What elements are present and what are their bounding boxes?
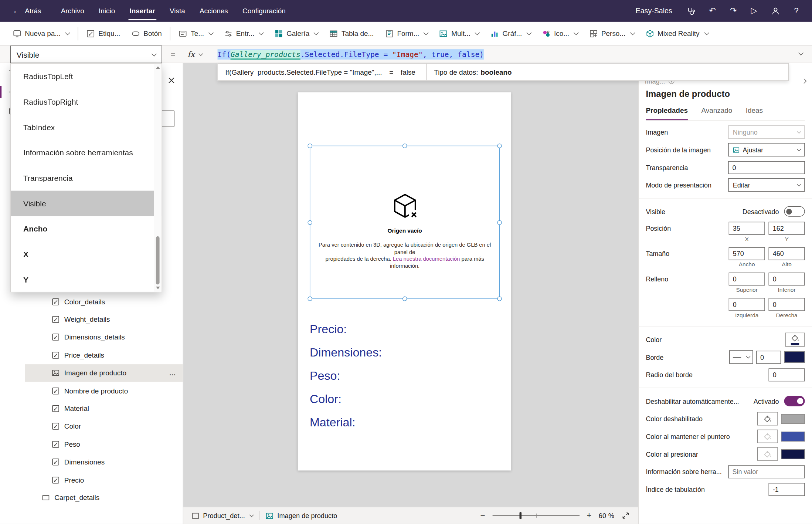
property-option-tabindex[interactable]: TabIndex (11, 115, 162, 140)
menu-vista[interactable]: Vista (162, 0, 192, 22)
collapse-panel-icon[interactable] (802, 78, 807, 84)
tab-ideas[interactable]: Ideas (746, 107, 763, 120)
hover-color-swatch[interactable] (781, 432, 805, 442)
selected-control-breadcrumb[interactable]: Imagen de producto (266, 512, 337, 520)
zoom-slider-thumb[interactable] (519, 512, 521, 519)
mixed-reality-menu[interactable]: Mixed Reality (640, 25, 714, 43)
app-checker-icon[interactable] (686, 7, 695, 16)
property-option-x[interactable]: X (11, 241, 162, 267)
canvas-label-peso[interactable]: Peso: (310, 369, 340, 383)
transparencia-input[interactable] (728, 161, 805, 174)
tree-item-material[interactable]: Material (25, 400, 183, 417)
canvas-label-precio[interactable]: Precio: (310, 322, 347, 337)
label-button[interactable]: Etiqu... (81, 25, 126, 43)
pressed-color-picker-button[interactable] (757, 447, 778, 460)
redo-icon[interactable]: ↷ (730, 7, 737, 15)
border-style-select[interactable] (729, 350, 753, 364)
canvas-label-color[interactable]: Color: (310, 392, 342, 406)
resize-handle-s[interactable] (402, 297, 407, 301)
border-color-swatch[interactable] (784, 351, 805, 363)
fx-selector[interactable]: fx (187, 45, 202, 63)
selected-image-control[interactable]: Origen vacío Para ver contenido en 3D, a… (310, 146, 500, 299)
tab-avanzado[interactable]: Avanzado (701, 107, 732, 120)
property-selector[interactable]: Visible (10, 45, 162, 63)
padding-bottom-input[interactable] (769, 272, 805, 285)
fit-to-screen-icon[interactable] (622, 511, 630, 520)
undo-icon[interactable]: ↶ (709, 7, 716, 15)
tab-propiedades[interactable]: Propiedades (646, 107, 688, 120)
help-icon[interactable]: ? (794, 7, 798, 15)
menu-acciones[interactable]: Acciones (192, 0, 235, 22)
tree-item-nombre-de-producto[interactable]: Nombre de producto (25, 382, 183, 400)
scrollbar-thumb[interactable] (156, 236, 160, 284)
disabled-color-swatch[interactable] (781, 414, 805, 424)
border-width-input[interactable] (756, 351, 781, 364)
visible-toggle[interactable] (784, 206, 805, 217)
canvas-label-material[interactable]: Material: (310, 416, 356, 430)
gallery-menu[interactable]: Galería (269, 25, 324, 43)
hover-color-picker-button[interactable] (757, 430, 778, 443)
input-menu[interactable]: Entr... (218, 25, 269, 43)
property-option-transparencia[interactable]: Transparencia (11, 165, 162, 191)
back-button[interactable]: ← Atrás (7, 0, 47, 22)
menu-configuracion[interactable]: Configuración (235, 0, 293, 22)
menu-archivo[interactable]: Archivo (54, 0, 91, 22)
charts-menu[interactable]: Gráf... (485, 25, 536, 43)
size-height-input[interactable] (769, 247, 805, 260)
tree-item-weight-details[interactable]: Weight_details (25, 311, 183, 328)
auto-disable-toggle[interactable] (784, 396, 805, 406)
tree-item-peso[interactable]: Peso (25, 435, 183, 453)
tree-item-carpet-details[interactable]: Carpet_details (25, 489, 183, 507)
tree-item-price-details[interactable]: Price_details (25, 346, 183, 364)
display-mode-select[interactable]: Editar (728, 178, 805, 192)
property-option-visible[interactable]: Visible (11, 191, 162, 216)
button-button[interactable]: Botón (126, 25, 167, 43)
property-option-y[interactable]: Y (11, 267, 162, 293)
tab-index-input[interactable] (769, 483, 805, 496)
screen-selector[interactable]: Product_det... (191, 512, 253, 520)
user-account-icon[interactable] (771, 7, 780, 16)
item-overflow-menu-icon[interactable]: … (169, 369, 177, 377)
canvas-label-dimensiones[interactable]: Dimensiones: (310, 346, 382, 360)
tree-item-dimensions-details[interactable]: Dimensions_details (25, 328, 183, 346)
tree-item-color[interactable]: Color (25, 417, 183, 435)
padding-right-input[interactable] (769, 298, 805, 311)
size-width-input[interactable] (729, 247, 765, 260)
menu-inicio[interactable]: Inicio (91, 0, 122, 22)
documentation-link[interactable]: Lea nuestra documentación (393, 256, 460, 262)
resize-handle-nw[interactable] (308, 143, 312, 148)
color-picker-button[interactable] (785, 332, 805, 346)
tree-item-dimensiones[interactable]: Dimensiones (25, 453, 183, 471)
padding-left-input[interactable] (729, 298, 765, 311)
resize-handle-se[interactable] (497, 297, 502, 301)
new-screen-button[interactable]: Nueva pa... (7, 25, 75, 43)
resize-handle-ne[interactable] (497, 143, 502, 148)
property-option-tooltip[interactable]: Información sobre herramientas (11, 140, 162, 165)
position-y-input[interactable] (769, 222, 805, 234)
custom-menu[interactable]: Perso... (584, 25, 640, 43)
resize-handle-sw[interactable] (308, 297, 312, 301)
close-panel-icon[interactable] (167, 76, 176, 84)
padding-top-input[interactable] (729, 272, 765, 285)
formula-input[interactable]: If(Gallery_products.Selected.FileType = … (218, 45, 781, 63)
menu-insertar[interactable]: Insertar (122, 0, 163, 22)
tree-item-precio[interactable]: Precio (25, 471, 183, 489)
dropdown-scrollbar[interactable] (154, 64, 162, 292)
resize-handle-n[interactable] (402, 143, 407, 148)
tree-item-imagen-de-producto[interactable]: Imagen de producto … (25, 364, 183, 382)
position-x-input[interactable] (729, 222, 765, 234)
data-table-button[interactable]: Tabla de... (324, 25, 379, 43)
forms-menu[interactable]: Form... (380, 25, 434, 43)
property-option-ancho[interactable]: Ancho (11, 216, 162, 241)
property-option-radiustopleft[interactable]: RadiusTopLeft (11, 64, 162, 89)
zoom-out-button[interactable]: − (480, 511, 485, 520)
pressed-color-swatch[interactable] (781, 449, 805, 459)
icons-menu[interactable]: Ico... (536, 25, 584, 43)
disabled-color-picker-button[interactable] (757, 412, 778, 425)
property-option-radiustopright[interactable]: RadiusTopRight (11, 89, 162, 115)
imagen-select[interactable]: Ninguno (728, 125, 805, 139)
app-screen-artboard[interactable]: Origen vacío Para ver contenido en 3D, a… (298, 92, 511, 470)
zoom-level[interactable]: 60% (599, 512, 614, 520)
play-preview-icon[interactable]: ▷ (751, 7, 757, 15)
tree-item-color-details[interactable]: Color_details (25, 293, 183, 311)
